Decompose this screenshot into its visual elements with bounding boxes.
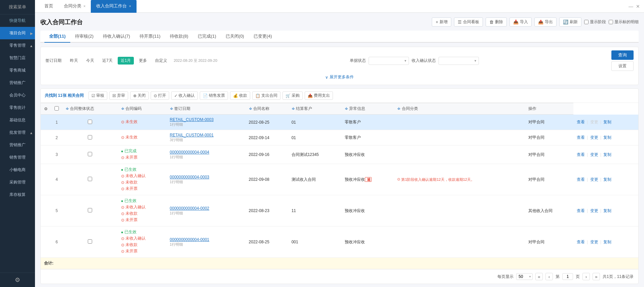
action-查看-button[interactable]: 查看	[577, 240, 585, 244]
sub-tab-changed[interactable]: 已变更(4)	[249, 31, 277, 43]
receipt-confirm-select[interactable]	[439, 57, 479, 65]
sub-tab-closed[interactable]: 已关闭(0)	[221, 31, 249, 43]
show-stages-checkbox[interactable]	[584, 20, 589, 24]
action-查看-button[interactable]: 查看	[577, 177, 585, 182]
audit-button[interactable]: ☑ 审核	[88, 91, 107, 100]
action-查看-button[interactable]: 查看	[577, 120, 585, 124]
row-checkbox[interactable]	[88, 208, 92, 212]
row-checkbox[interactable]	[88, 239, 92, 244]
date-btn-custom[interactable]: 自定义	[152, 57, 170, 65]
filter-settings-button[interactable]: 设置	[611, 61, 634, 71]
row-checkbox[interactable]	[88, 152, 92, 156]
sidebar-item-xiao-chang-ecom[interactable]: 小畅电商	[0, 164, 35, 176]
contract-code-link[interactable]: RETAIL_CUSTOM-0003	[170, 117, 242, 122]
sub-tab-pending-collection[interactable]: 待收款(8)	[165, 31, 193, 43]
row-checkbox[interactable]	[88, 120, 92, 124]
date-btn-more[interactable]: 更多	[136, 57, 150, 65]
sidebar-item-project-contract[interactable]: 项目合同 ▶	[0, 27, 35, 39]
action-复制-button[interactable]: 复制	[603, 120, 611, 124]
page-number-input[interactable]	[562, 273, 573, 280]
next-page-button[interactable]: ›	[582, 273, 590, 280]
contract-code-link[interactable]: 0000000000004-0001	[170, 237, 242, 242]
action-复制-button[interactable]: 复制	[603, 208, 611, 213]
contract-code-link[interactable]: 0000000000004-0003	[170, 175, 242, 179]
expense-output-button[interactable]: 📤 费用支出	[305, 91, 333, 100]
summary-cell: 合计:	[41, 258, 638, 269]
page-size-select[interactable]: 50 20 100	[516, 273, 533, 280]
date-btn-7days[interactable]: 近7天	[99, 57, 116, 65]
sidebar-item-member-center[interactable]: 会员中心	[0, 89, 35, 101]
tab-home[interactable]: 首页	[39, 0, 59, 13]
sidebar-item-wholesale-mgmt[interactable]: 批发管理 ▲	[0, 126, 35, 139]
collection-button[interactable]: 💰 收款	[230, 91, 250, 100]
export-button[interactable]: 📤 导出	[534, 17, 557, 27]
action-变更-button[interactable]: 变更	[590, 177, 598, 182]
tab-contract-category[interactable]: 合同分类 ×	[59, 0, 91, 13]
sidebar-item-retail-stats[interactable]: 零售统计	[0, 101, 35, 114]
contract-kanban-button[interactable]: ☰ 合同看板	[454, 17, 483, 27]
action-复制-button[interactable]: 复制	[603, 177, 611, 182]
action-查看-button[interactable]: 查看	[577, 135, 585, 140]
sidebar-item-sales-mgmt[interactable]: 销售管理	[0, 151, 35, 164]
date-btn-yesterday[interactable]: 昨天	[67, 57, 81, 65]
sub-tab-all[interactable]: 全部(11)	[44, 31, 70, 43]
sales-invoice-button[interactable]: 📄 销售发票	[200, 91, 228, 100]
expand-filter-button[interactable]: ∨ 展开更多条件	[323, 73, 356, 81]
tab-close-contract-category[interactable]: ×	[83, 4, 85, 8]
sub-tab-pending-income-confirm[interactable]: 待收入确认(7)	[98, 31, 135, 43]
date-btn-today[interactable]: 今天	[83, 57, 97, 65]
doc-status-select[interactable]	[369, 57, 409, 65]
expense-contract-button[interactable]: 📋 支出合同	[252, 91, 280, 100]
sidebar-search[interactable]: 搜索菜单	[0, 0, 35, 14]
sidebar-item-retail-mall[interactable]: 零售商城	[0, 64, 35, 77]
sidebar-item-smart-store[interactable]: 智慧门店	[0, 52, 35, 64]
tab-income-contract-workbench[interactable]: 收入合同工作台 ×	[91, 0, 136, 13]
query-button[interactable]: 查询	[611, 50, 634, 60]
sub-tab-completed[interactable]: 已完成(1)	[193, 31, 221, 43]
gear-icon[interactable]: ⚙	[15, 276, 20, 284]
action-复制-button[interactable]: 复制	[603, 152, 611, 157]
abandon-audit-button[interactable]: ☒ 弃审	[109, 91, 128, 100]
purchase-button[interactable]: 🛒 采购	[282, 91, 303, 100]
sidebar-nav-shortcut[interactable]: 快捷导航	[0, 14, 35, 27]
row-checkbox[interactable]	[88, 177, 92, 181]
sidebar-item-purchase-mgmt[interactable]: 采购管理	[0, 176, 35, 189]
action-查看-button[interactable]: 查看	[577, 208, 585, 213]
import-button[interactable]: 📥 导入	[509, 17, 532, 27]
row-checkbox[interactable]	[88, 135, 92, 139]
action-变更-button[interactable]: 变更	[590, 208, 598, 213]
contract-code-link[interactable]: RETAIL_CUSTOM-0001	[170, 133, 242, 137]
sidebar-item-retail-mgmt[interactable]: 零售管理 ▲	[0, 39, 35, 52]
action-变更-button[interactable]: 变更	[590, 152, 598, 157]
contract-code-link[interactable]: 0000000000004-0002	[170, 206, 242, 211]
show-stages-checkbox-label[interactable]: 显示阶段	[584, 19, 606, 25]
sidebar-item-marketing[interactable]: 营销推广	[0, 77, 35, 89]
show-detail-checkbox[interactable]	[609, 20, 613, 24]
select-all-checkbox[interactable]	[54, 106, 59, 111]
prev-page-button[interactable]: ‹	[545, 273, 553, 280]
action-复制-button[interactable]: 复制	[603, 135, 611, 140]
show-detail-checkbox-label[interactable]: 显示标的明细	[609, 19, 639, 25]
income-confirm-button[interactable]: ✓ 收入确认	[171, 91, 198, 100]
sidebar-item-base-info[interactable]: 基础信息	[0, 114, 35, 126]
close-button[interactable]: ⊗ 关闭	[130, 91, 149, 100]
action-复制-button[interactable]: 复制	[603, 240, 611, 244]
action-查看-button[interactable]: 查看	[577, 152, 585, 157]
sub-tab-pending-invoice[interactable]: 待开票(11)	[135, 31, 165, 43]
refresh-button[interactable]: 🔄 刷新	[559, 17, 581, 27]
sidebar-item-inventory[interactable]: 库存核算	[0, 189, 35, 201]
action-变更-button[interactable]: 变更	[590, 240, 598, 244]
sub-tab-pending-review[interactable]: 待审核(2)	[70, 31, 98, 43]
tab-close-income-contract[interactable]: ×	[129, 4, 131, 8]
window-close-icon[interactable]: ✕	[636, 4, 640, 9]
date-btn-1month[interactable]: 近1月	[118, 57, 134, 65]
sidebar-item-marketing2[interactable]: 营销推广	[0, 139, 35, 151]
contract-code-link[interactable]: 0000000000004-0004	[170, 150, 242, 155]
action-变更-button[interactable]: 变更	[590, 135, 598, 140]
window-minimize-icon[interactable]: —	[629, 4, 633, 9]
new-button[interactable]: + 新增	[432, 17, 451, 27]
delete-button[interactable]: 🗑 删除	[486, 17, 507, 27]
last-page-button[interactable]: »	[593, 273, 600, 280]
open-button[interactable]: ⊙ 打开	[151, 91, 169, 100]
first-page-button[interactable]: «	[535, 273, 543, 280]
